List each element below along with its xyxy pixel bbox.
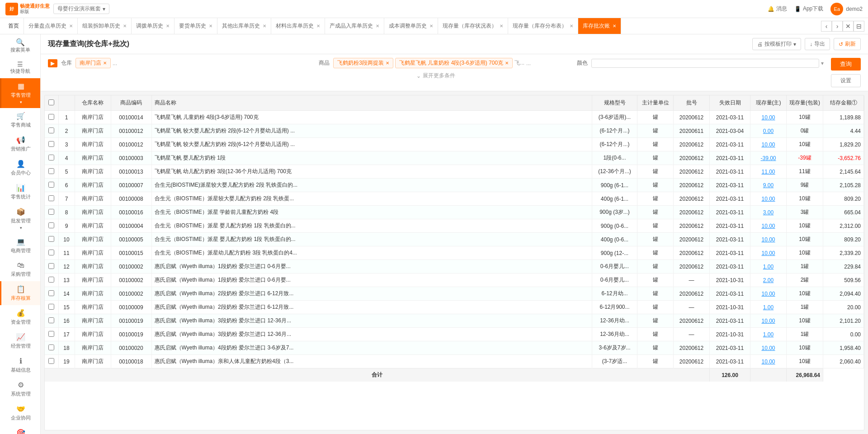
sidebar-item-retail[interactable]: ▦ 零售管理 ▾ xyxy=(0,78,40,108)
sidebar-item-guide[interactable]: 🎯 新手引导 xyxy=(0,425,40,434)
row-checkbox-cell[interactable] xyxy=(45,301,58,314)
query-btn[interactable]: 查询 xyxy=(831,58,861,71)
row-checkbox-cell[interactable] xyxy=(45,165,58,179)
row-qty-main[interactable]: 2.00 xyxy=(750,274,787,287)
row-qty-main[interactable]: 10.00 xyxy=(750,219,787,233)
row-qty-main[interactable]: -39.00 xyxy=(750,151,787,165)
tab-prev-btn[interactable]: ‹ xyxy=(821,21,832,32)
row-checkbox[interactable] xyxy=(48,195,54,201)
close-icon[interactable]: ✕ xyxy=(613,24,616,28)
row-checkbox[interactable] xyxy=(48,344,54,350)
row-checkbox[interactable] xyxy=(48,209,54,215)
row-checkbox[interactable] xyxy=(48,358,54,364)
tab-10[interactable]: 现存量（库存分布表） ✕ xyxy=(508,18,578,34)
sidebar-item-inventory[interactable]: 📋 库存核算 xyxy=(0,281,40,305)
row-checkbox-cell[interactable] xyxy=(45,341,58,355)
tab-9[interactable]: 现存量（库存状况表） ✕ xyxy=(438,18,508,34)
row-checkbox-cell[interactable] xyxy=(45,192,58,206)
row-checkbox-cell[interactable] xyxy=(45,111,58,124)
row-checkbox[interactable] xyxy=(48,182,54,188)
row-checkbox-cell[interactable] xyxy=(45,246,58,260)
row-qty-main[interactable]: 10.00 xyxy=(750,233,787,246)
sidebar-item-wholesale[interactable]: 📦 批发管理 ▾ xyxy=(0,204,40,234)
select-all-checkbox[interactable] xyxy=(48,99,54,105)
row-checkbox[interactable] xyxy=(48,290,54,296)
row-qty-main[interactable]: 3.00 xyxy=(750,206,787,219)
row-qty-main[interactable]: 10.00 xyxy=(750,355,787,368)
row-checkbox[interactable] xyxy=(48,263,54,269)
sidebar-item-system[interactable]: ⚙ 系统管理 xyxy=(0,377,40,401)
tab-6[interactable]: 材料出库单历史 ✕ xyxy=(271,18,325,34)
close-icon[interactable]: ✕ xyxy=(376,24,379,28)
row-checkbox-cell[interactable] xyxy=(45,355,58,368)
row-checkbox-cell[interactable] xyxy=(45,179,58,192)
sidebar-item-stats[interactable]: 📊 零售统计 xyxy=(0,180,40,204)
filter-more[interactable]: ... xyxy=(526,60,531,66)
row-checkbox-cell[interactable] xyxy=(45,219,58,233)
row-qty-main[interactable]: 10.00 xyxy=(750,111,787,124)
tag-close-btn[interactable]: ✕ xyxy=(386,61,389,66)
row-checkbox-cell[interactable] xyxy=(45,151,58,165)
row-qty-main[interactable]: 0.00 xyxy=(750,124,787,138)
close-icon[interactable]: ✕ xyxy=(123,24,127,28)
row-checkbox[interactable] xyxy=(48,141,54,147)
row-qty-main[interactable]: 10.00 xyxy=(750,341,787,355)
sidebar-item-basic[interactable]: ℹ 基础信息 xyxy=(0,353,40,377)
row-checkbox[interactable] xyxy=(48,127,54,133)
close-icon[interactable]: ✕ xyxy=(570,24,573,28)
template-print-btn[interactable]: 🖨 按模板打印 ▾ xyxy=(752,38,801,50)
row-qty-main[interactable]: 10.00 xyxy=(750,287,787,301)
close-icon[interactable]: ✕ xyxy=(69,24,73,28)
close-icon[interactable]: ✕ xyxy=(209,24,212,28)
message-btn[interactable]: 🔔 消息 xyxy=(768,5,787,13)
search-menu-btn[interactable]: 🔍 搜索英单 xyxy=(0,34,40,57)
tab-3[interactable]: 调拨单历史 ✕ xyxy=(132,18,175,34)
tab-close-btn[interactable]: ✕ xyxy=(843,21,854,32)
row-checkbox-cell[interactable] xyxy=(45,274,58,287)
color-input[interactable] xyxy=(595,60,815,66)
row-qty-main[interactable]: 9.00 xyxy=(750,179,787,192)
row-qty-main[interactable]: 10.00 xyxy=(750,138,787,151)
chevron-down-icon[interactable]: ▾ xyxy=(821,60,824,66)
tab-2[interactable]: 组装拆卸单历史 ✕ xyxy=(78,18,132,34)
tab-11[interactable]: 库存批次账 ✕ xyxy=(578,18,621,34)
row-checkbox-cell[interactable] xyxy=(45,206,58,219)
expand-more-btn[interactable]: ⌄ 展开更多条件 xyxy=(48,70,824,81)
app-download-btn[interactable]: 📱 App下载 xyxy=(794,5,823,13)
row-checkbox[interactable] xyxy=(48,222,54,228)
tag-close-btn[interactable]: ✕ xyxy=(103,61,107,66)
sidebar-item-management[interactable]: 📈 经营管理 xyxy=(0,329,40,353)
filter-more[interactable]: ... xyxy=(113,60,117,66)
tab-1[interactable]: 分量盘点单历史 ✕ xyxy=(24,18,78,34)
sidebar-item-ecommerce[interactable]: 💻 电商管理 xyxy=(0,234,40,258)
row-qty-main[interactable]: 1.00 xyxy=(750,301,787,314)
close-icon[interactable]: ✕ xyxy=(263,24,266,28)
row-qty-main[interactable]: 11.00 xyxy=(750,165,787,179)
org-selector[interactable]: 母婴行业演示账套 ▾ xyxy=(53,4,109,14)
tag-close-btn[interactable]: ✕ xyxy=(505,61,509,66)
expand-toggle-btn[interactable]: ▶ xyxy=(48,59,57,67)
row-checkbox-cell[interactable] xyxy=(45,124,58,138)
tab-5[interactable]: 其他出库单历史 ✕ xyxy=(217,18,271,34)
sidebar-item-purchase[interactable]: 🛍 采购管理 xyxy=(0,258,40,281)
row-checkbox[interactable] xyxy=(48,250,54,255)
row-qty-main[interactable]: 10.00 xyxy=(750,192,787,206)
sidebar-item-mall[interactable]: 🛒 零售商城 xyxy=(0,108,40,132)
sidebar-item-finance[interactable]: 💰 资金管理 xyxy=(0,305,40,329)
row-qty-main[interactable]: 1.00 xyxy=(750,260,787,274)
row-checkbox-cell[interactable] xyxy=(45,328,58,341)
tab-8[interactable]: 成本调整单历史 ✕ xyxy=(384,18,438,34)
row-checkbox[interactable] xyxy=(48,331,54,337)
row-checkbox[interactable] xyxy=(48,277,54,283)
tab-next-btn[interactable]: › xyxy=(832,21,843,32)
close-icon[interactable]: ✕ xyxy=(500,24,503,28)
row-checkbox-cell[interactable] xyxy=(45,260,58,274)
row-checkbox[interactable] xyxy=(48,236,54,242)
row-checkbox[interactable] xyxy=(48,168,54,174)
row-checkbox[interactable] xyxy=(48,317,54,323)
row-checkbox[interactable] xyxy=(48,155,54,160)
sidebar-item-marketing[interactable]: 📢 营销推广 xyxy=(0,132,40,156)
sidebar-item-member[interactable]: 👤 会员中心 xyxy=(0,156,40,180)
close-icon[interactable]: ✕ xyxy=(429,24,433,28)
row-checkbox[interactable] xyxy=(48,114,54,120)
